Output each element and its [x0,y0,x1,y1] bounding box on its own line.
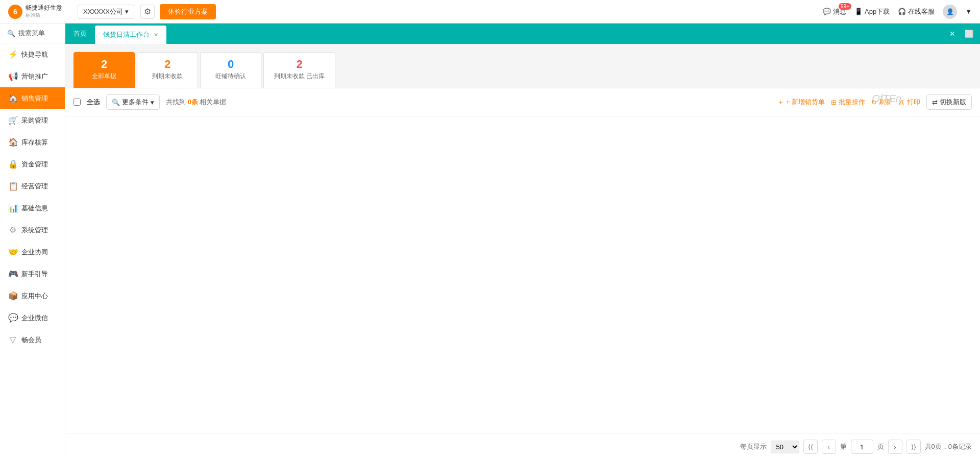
per-page-select[interactable]: 50 100 [771,441,799,453]
tab-work[interactable]: 钱货日清工作台 ✕ [95,26,166,44]
avatar-icon: 👤 [946,8,954,15]
user-name[interactable]: ▼ [965,8,972,15]
sidebar-label-wechat: 企业微信 [21,313,48,323]
close-icon[interactable]: ✕ [154,32,158,38]
tab-home-label: 首页 [74,29,87,38]
found-suffix: 相关单据 [200,98,226,106]
logo-area: 6 畅捷通好生意 标准版 [8,4,74,19]
message-badge: 99+ [839,3,851,10]
download-icon: 📱 [854,8,863,15]
sidebar-item-app-center[interactable]: 📦 应用中心 [0,285,65,307]
sidebar-item-finance[interactable]: 🔒 资金管理 [0,153,65,175]
sidebar-item-quick-nav[interactable]: ⚡ 快捷导航 [0,43,65,65]
sidebar-item-inventory[interactable]: 🏠 库存核算 [0,131,65,153]
tab-maximize-button[interactable]: ⬜ [962,27,976,41]
avatar[interactable]: 👤 [943,5,957,19]
stat-num-wangpu: 0 [211,58,251,71]
logo-name: 畅捷通好生意 [26,4,62,12]
tab-bar: 首页 钱货日清工作台 ✕ ✕ ⬜ [65,23,980,44]
add-icon: ＋ [777,98,784,107]
tab-home[interactable]: 首页 [65,23,95,44]
purchase-icon: 🛒 [8,115,17,125]
batch-icon: ⊞ [831,99,837,106]
app-download-button[interactable]: 📱 App下载 [854,7,890,16]
sidebar-item-guide[interactable]: 🎮 新手引导 [0,263,65,285]
message-button[interactable]: 💬 消息 99+ [823,7,846,16]
add-label: + 新增销货单 [786,98,825,107]
tab-bar-actions: ✕ ⬜ [945,27,980,41]
sidebar-item-purchase[interactable]: 🛒 采购管理 [0,109,65,131]
first-page-button[interactable]: ⟨⟨ [803,440,818,454]
sidebar-item-marketing[interactable]: 📢 营销推广 [0,65,65,87]
settings-button[interactable]: ⚙ [140,5,155,19]
refresh-button[interactable]: ↻ 刷新 [871,98,892,107]
stat-label-overdue: 到期未收款 [148,72,187,81]
select-all-label: 全选 [87,98,100,107]
refresh-label: 刷新 [879,98,892,107]
filter-label: 更多条件 [122,98,149,107]
service-label: 在线客服 [908,7,935,16]
header-center: ⚙ 体验行业方案 [140,4,823,19]
sidebar-label-system: 系统管理 [21,226,48,235]
wechat-icon: 💬 [8,313,17,323]
stat-tab-wangpu[interactable]: 0 旺铺待确认 [200,52,261,88]
page-text: 第 [840,442,847,451]
print-button[interactable]: 🖨 打印 [898,98,920,107]
marketing-icon: 📢 [8,71,17,81]
main-content: 2 全部单据 2 到期未收款 0 旺铺待确认 2 到期未收款 已出库 全选 🔍 … [65,44,980,460]
sidebar-item-sales[interactable]: 🏠 销售管理 [0,87,65,109]
stat-tab-shipped[interactable]: 2 到期未收款 已出库 [263,52,335,88]
stat-tab-all[interactable]: 2 全部单据 [74,52,135,88]
sidebar-item-basic[interactable]: 📊 基础信息 [0,197,65,219]
add-sale-button[interactable]: ＋ + 新增销货单 [777,98,825,107]
stat-label-all: 全部单据 [84,72,124,81]
sidebar-item-system[interactable]: ⚙ 系统管理 [0,219,65,241]
trial-button[interactable]: 体验行业方案 [160,4,216,19]
stats-tabs: 2 全部单据 2 到期未收款 0 旺铺待确认 2 到期未收款 已出库 [65,44,980,88]
sidebar-label-member: 畅会员 [21,335,41,345]
top-header: 6 畅捷通好生意 标准版 XXXXXX公司 ▾ ⚙ 体验行业方案 💬 消息 99… [0,0,980,23]
logo-sub: 标准版 [26,12,62,19]
sidebar-label-operation: 经营管理 [21,182,48,191]
sidebar-item-wechat[interactable]: 💬 企业微信 [0,307,65,329]
filter-button[interactable]: 🔍 更多条件 ▾ [106,94,160,110]
sidebar-label-basic: 基础信息 [21,204,48,213]
print-label: 打印 [907,98,920,107]
stat-tab-overdue[interactable]: 2 到期未收款 [137,52,198,88]
select-all-checkbox[interactable] [74,99,81,106]
inventory-icon: 🏠 [8,137,17,147]
search-menu-label: 搜索菜单 [18,29,45,38]
switch-button[interactable]: ⇄ 切换新版 [926,94,972,110]
operation-icon: 📋 [8,181,17,191]
sidebar-item-member[interactable]: ▽ 畅会员 [0,329,65,351]
logo-icon: 6 [8,5,22,19]
sidebar-label-purchase: 采购管理 [21,116,48,125]
prev-page-button[interactable]: ‹ [822,440,836,454]
basic-icon: 📊 [8,203,17,213]
batch-button[interactable]: ⊞ 批量操作 [831,98,865,107]
sidebar-item-cooperation[interactable]: 🤝 企业协同 [0,241,65,263]
sales-icon: 🏠 [8,93,17,103]
tab-work-label: 钱货日清工作台 [103,30,150,39]
quick-nav-icon: ⚡ [8,50,17,59]
page-text2: 页 [877,442,884,451]
page-input[interactable] [851,440,873,454]
print-icon: 🖨 [898,99,905,106]
sidebar: 🔍 搜索菜单 ⚡ 快捷导航 📢 营销推广 🏠 销售管理 🛒 采购管理 🏠 库存核… [0,23,65,460]
sidebar-label-sales: 销售管理 [21,94,48,103]
found-prefix: 共找到 [166,98,186,106]
company-name: XXXXXX公司 [83,7,123,16]
sidebar-label-quick-nav: 快捷导航 [21,50,48,59]
next-page-button[interactable]: › [888,440,902,454]
stat-num-shipped: 2 [274,58,325,71]
tab-close-button[interactable]: ✕ [945,27,960,41]
switch-label: 切换新版 [940,98,966,107]
company-selector[interactable]: XXXXXX公司 ▾ [78,5,134,19]
sidebar-item-operation[interactable]: 📋 经营管理 [0,175,65,197]
last-page-button[interactable]: ⟩⟩ [906,440,921,454]
search-menu-button[interactable]: 🔍 搜索菜单 [0,23,65,43]
online-service-button[interactable]: 🎧 在线客服 [898,7,935,16]
app-center-icon: 📦 [8,291,17,301]
guide-icon: 🎮 [8,269,17,279]
stat-label-shipped: 到期未收款 已出库 [274,72,325,81]
